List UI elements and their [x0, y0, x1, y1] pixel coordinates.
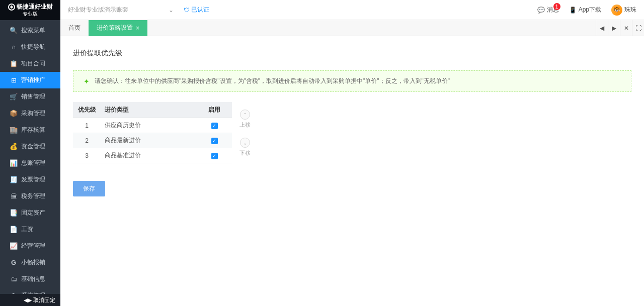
nav-marketing[interactable]: ⊞营销推广 — [0, 72, 60, 88]
verified-badge: 🛡 已认证 — [184, 6, 209, 14]
nav-label: 基础信息 — [21, 275, 45, 283]
chart-icon: 📊 — [10, 160, 17, 167]
nav-label: 总账管理 — [21, 159, 45, 167]
enable-checkbox[interactable]: ✓ — [211, 123, 218, 129]
brand-name: 畅捷通好业财 — [17, 3, 53, 11]
move-controls: ⌃ 上移 ⌄ 下移 — [239, 102, 251, 157]
account-name: 好业财专业版演示账套 — [68, 6, 128, 14]
tab-active-label: 进价策略设置 — [97, 24, 133, 32]
user-menu[interactable]: 🐯 珠珠 — [611, 5, 636, 16]
tab-next-button[interactable]: ▶ — [608, 20, 620, 36]
pin-label: 取消固定 — [33, 296, 55, 304]
priority-table: 优先级 进价类型 启用 1 供应商历史价 ✓ 2 商品最新进价 ✓ 3 — [73, 102, 232, 163]
avatar: 🐯 — [611, 5, 622, 16]
move-up-label: 上移 — [239, 121, 251, 129]
tab-prev-button[interactable]: ◀ — [596, 20, 608, 36]
header: 好业财专业版演示账套 ⌄ 🛡 已认证 💬 消息 1 📱 App下载 🐯 珠珠 — [60, 0, 644, 20]
nav-label: 固定资产 — [21, 209, 45, 217]
fullscreen-button[interactable]: ⛶ — [632, 20, 644, 36]
brand-edition: 专业版 — [23, 11, 38, 18]
table-row[interactable]: 1 供应商历史价 ✓ — [73, 118, 232, 133]
pin-icon: ◀▶ — [24, 297, 32, 303]
shield-icon: 🛡 — [184, 7, 190, 14]
nav-basic-info[interactable]: 🗂基础信息 — [0, 271, 60, 287]
move-down-button[interactable]: ⌄ — [240, 138, 250, 148]
download-button[interactable]: 📱 App下载 — [569, 6, 601, 14]
nav-label: 快捷导航 — [21, 43, 45, 51]
nav-ledger[interactable]: 📊总账管理 — [0, 155, 60, 171]
nav-purchase[interactable]: 📦采购管理 — [0, 105, 60, 122]
nav-tax[interactable]: 🏛税务管理 — [0, 188, 60, 205]
tab-close-all-button[interactable]: ✕ — [620, 20, 632, 36]
nav-fixed-asset[interactable]: 📑固定资产 — [0, 205, 60, 221]
sidebar: ◈ 畅捷通好业财 专业版 🔍搜索菜单 ⌂快捷导航 📋项目合同 ⊞营销推广 🛒销售… — [0, 0, 60, 306]
nav-business-mgmt[interactable]: 📈经营管理 — [0, 238, 60, 254]
user-name: 珠珠 — [624, 6, 636, 14]
tab-bar: 首页 进价策略设置 × ◀ ▶ ✕ ⛶ — [60, 20, 644, 36]
nav-invoice[interactable]: 🧾发票管理 — [0, 171, 60, 188]
phone-icon: 📱 — [569, 7, 577, 14]
download-label: App下载 — [579, 6, 601, 14]
message-icon: 💬 — [537, 7, 545, 14]
account-selector[interactable]: 好业财专业版演示账套 ⌄ — [68, 6, 174, 14]
message-badge: 1 — [553, 3, 560, 10]
enable-checkbox[interactable]: ✓ — [211, 153, 218, 159]
home-icon: ⌂ — [10, 44, 17, 51]
save-button[interactable]: 保存 — [73, 181, 105, 196]
brand-icon: ◈ — [8, 4, 15, 11]
nav-fund[interactable]: 💰资金管理 — [0, 138, 60, 155]
nav-label: 项目合同 — [21, 59, 45, 68]
close-icon[interactable]: × — [136, 25, 139, 32]
move-down-label: 下移 — [239, 149, 251, 157]
cell-priority: 1 — [73, 118, 101, 133]
nav-label: 采购管理 — [21, 109, 45, 118]
tab-price-strategy[interactable]: 进价策略设置 × — [89, 20, 147, 36]
cell-priority: 3 — [73, 148, 101, 163]
nav-project-contract[interactable]: 📋项目合同 — [0, 55, 60, 72]
th-priority: 优先级 — [73, 102, 101, 118]
enable-checkbox[interactable]: ✓ — [211, 138, 218, 144]
money-icon: 💰 — [10, 143, 17, 150]
sidebar-pin-toggle[interactable]: ◀▶ 取消固定 — [0, 294, 60, 306]
clipboard-icon: 📋 — [10, 60, 17, 67]
nav-label: 税务管理 — [21, 192, 45, 200]
folder-icon: 🗂 — [10, 276, 17, 283]
tab-home[interactable]: 首页 — [60, 20, 89, 36]
nav-label: 经营管理 — [21, 242, 45, 250]
chevron-down-icon: ⌄ — [243, 140, 247, 146]
nav-label: 营销推广 — [21, 76, 45, 84]
nav-label: 销售管理 — [21, 92, 45, 101]
nav-label: 搜索菜单 — [21, 26, 45, 35]
search-icon: 🔍 — [10, 27, 17, 34]
chevron-down-icon: ⌄ — [169, 7, 174, 14]
store-icon: 🏬 — [10, 127, 17, 134]
nav-label: 小畅报销 — [21, 258, 45, 267]
cell-priority: 2 — [73, 133, 101, 148]
move-up-button[interactable]: ⌃ — [240, 110, 250, 120]
trend-icon: 📈 — [10, 243, 17, 250]
nav-sales[interactable]: 🛒销售管理 — [0, 88, 60, 105]
receipt-icon: 🧾 — [10, 176, 17, 183]
page-icon: 📄 — [10, 226, 17, 233]
table-row[interactable]: 3 商品基准进价 ✓ — [73, 148, 232, 163]
nav-salary[interactable]: 📄工资 — [0, 221, 60, 238]
nav-search-menu[interactable]: 🔍搜索菜单 — [0, 22, 60, 39]
th-type: 进价类型 — [101, 102, 197, 118]
message-button[interactable]: 💬 消息 1 — [537, 6, 559, 14]
table-row[interactable]: 2 商品最新进价 ✓ — [73, 133, 232, 148]
page-title: 进价提取优先级 — [73, 49, 631, 58]
grid-icon: ⊞ — [10, 77, 17, 84]
th-enable: 启用 — [197, 102, 232, 118]
nav-inventory[interactable]: 🏬库存核算 — [0, 122, 60, 138]
tab-home-label: 首页 — [68, 24, 80, 32]
content: 进价提取优先级 ✦ 请您确认：往来单位中的供应商"采购报价含税"设置，为"含税"… — [60, 36, 644, 306]
nav-system[interactable]: ⚙系统管理 — [0, 287, 60, 294]
nav-expense[interactable]: G小畅报销 — [0, 254, 60, 271]
notice-text: 请您确认：往来单位中的供应商"采购报价含税"设置，为"含税"，取到进价后将自动带… — [95, 77, 450, 85]
nav-label: 资金管理 — [21, 142, 45, 151]
cell-type: 商品最新进价 — [101, 133, 197, 148]
nav-quick-nav[interactable]: ⌂快捷导航 — [0, 39, 60, 55]
nav-label: 工资 — [21, 225, 33, 234]
box-icon: 📦 — [10, 110, 17, 117]
info-icon: ✦ — [84, 77, 90, 85]
